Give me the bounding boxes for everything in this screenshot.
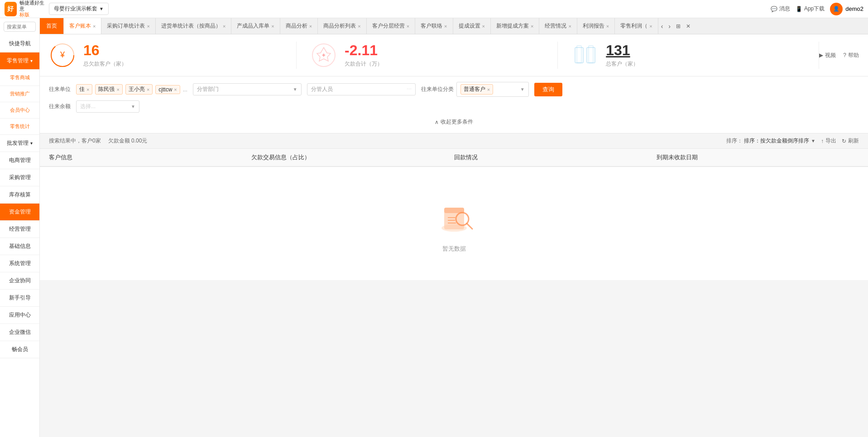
- tab-retail-profit[interactable]: 零售利润（ ×: [615, 18, 658, 34]
- sidebar-item-member-center[interactable]: 会员中心: [0, 102, 39, 119]
- chevron-down-icon: ▾: [30, 58, 33, 63]
- sidebar-item-app-center[interactable]: 应用中心: [0, 307, 39, 324]
- tab-close-all-btn[interactable]: ✕: [683, 18, 693, 34]
- stat-info-amount: -2.11 欠款合计（万）: [345, 43, 383, 68]
- close-icon[interactable]: ×: [568, 24, 571, 29]
- tab-product-analysis-list[interactable]: 商品分析列表 ×: [318, 18, 366, 34]
- close-icon[interactable]: ×: [309, 24, 312, 29]
- sidebar-item-label: 电商管理: [9, 157, 31, 163]
- sidebar-item-ecommerce[interactable]: 电商管理: [0, 152, 39, 169]
- filter-tags-more[interactable]: ...: [183, 86, 187, 93]
- collapse-button[interactable]: ∧ 收起更多条件: [49, 116, 859, 128]
- sidebar-item-inventory[interactable]: 库存核算: [0, 186, 39, 204]
- close-icon[interactable]: ×: [407, 24, 409, 29]
- more-label: ...: [183, 86, 187, 93]
- tab-label: 客户联络: [421, 22, 442, 30]
- stat-total-customers: 131 总客户（家）: [558, 42, 819, 69]
- dept-label: 分管部门: [197, 86, 219, 93]
- sidebar-item-retail-mgmt[interactable]: 零售管理 ▾: [0, 52, 39, 70]
- tab-scroll-next[interactable]: ›: [666, 18, 673, 34]
- close-icon[interactable]: ×: [649, 24, 652, 29]
- close-icon[interactable]: ×: [147, 24, 149, 29]
- svg-text:✦: ✦: [321, 52, 326, 59]
- tab-product-inbound[interactable]: 产成品入库单 ×: [231, 18, 280, 34]
- svg-rect-6: [575, 48, 583, 63]
- sidebar-item-label: 畅会员: [12, 346, 28, 352]
- tab-new-achievement[interactable]: 新增提成方案 ×: [491, 18, 539, 34]
- sidebar-item-sys-mgmt[interactable]: 系统管理: [0, 255, 39, 272]
- tab-label: 商品分析列表: [323, 22, 356, 30]
- tab-submit-settings[interactable]: 提成设置 ×: [453, 18, 491, 34]
- tab-purchase-order-stats[interactable]: 采购订单统计表 ×: [101, 18, 155, 34]
- search-input[interactable]: [4, 22, 36, 32]
- tag-close-icon[interactable]: ×: [487, 87, 490, 92]
- sidebar-item-marketing[interactable]: 营销推广: [0, 86, 39, 102]
- sidebar-item-enterprise-coop[interactable]: 企业协同: [0, 272, 39, 290]
- top-bar-actions: 💬 消息 📱 App下载 👤 demo2: [771, 3, 863, 15]
- tag-close-icon[interactable]: ×: [147, 87, 149, 92]
- sidebar-item-purchase-mgmt[interactable]: 采购管理: [0, 169, 39, 186]
- close-icon[interactable]: ×: [606, 24, 609, 29]
- tab-business-situation[interactable]: 经营情况 ×: [539, 18, 577, 34]
- close-icon[interactable]: ×: [531, 24, 533, 29]
- sidebar-item-retail-stats[interactable]: 零售统计: [0, 119, 39, 135]
- tab-label: 客户分层经营: [372, 22, 405, 30]
- sidebar-item-finance[interactable]: 资金管理: [0, 204, 39, 221]
- tag-close-icon[interactable]: ×: [174, 87, 177, 92]
- close-icon[interactable]: ×: [223, 24, 225, 29]
- export-icon: ↑: [821, 138, 824, 144]
- tab-expand-btn[interactable]: ⊞: [673, 18, 683, 34]
- balance-select[interactable]: 选择... ▼: [76, 100, 139, 113]
- chevron-down-icon: ▼: [131, 104, 135, 109]
- sidebar-item-ops-mgmt[interactable]: 经营管理: [0, 221, 39, 238]
- export-button[interactable]: ↑ 导出: [821, 137, 836, 145]
- top-bar: 好 畅捷通好生意 标版 母婴行业演示帐套 ▼ 💬 消息 📱 App下载 👤: [0, 0, 868, 18]
- tag-label: 普通客户: [464, 86, 485, 93]
- refresh-button[interactable]: ↻ 刷新: [842, 137, 859, 145]
- unit-filter-label: 往来单位: [49, 86, 71, 93]
- tag-close-icon[interactable]: ×: [86, 87, 89, 92]
- sidebar-item-label: 资金管理: [9, 209, 31, 215]
- tab-customer-contact[interactable]: 客户联络 ×: [415, 18, 453, 34]
- sidebar-item-label: 快捷导航: [9, 40, 31, 47]
- sidebar-search-container: [0, 18, 39, 35]
- company-selector[interactable]: 母婴行业演示帐套 ▼: [49, 3, 109, 15]
- tab-customer-segment[interactable]: 客户分层经营 ×: [367, 18, 415, 34]
- sidebar-item-retail-mall[interactable]: 零售商城: [0, 70, 39, 86]
- dept-select[interactable]: 分管部门 ▼: [193, 83, 302, 95]
- sort-select[interactable]: 排序：按欠款金额倒序排序 ▼: [744, 137, 815, 145]
- sidebar-item-quick-nav[interactable]: 快捷导航: [0, 35, 39, 52]
- close-icon[interactable]: ×: [271, 24, 274, 29]
- tab-scroll-prev[interactable]: ‹: [658, 18, 666, 34]
- download-icon: 📱: [796, 6, 802, 12]
- close-icon[interactable]: ×: [482, 24, 485, 29]
- sidebar-item-wechat-biz[interactable]: 企业微信: [0, 324, 39, 341]
- col-label: 回款情况: [454, 154, 478, 161]
- sidebar-item-wholesale-mgmt[interactable]: 批发管理 ▾: [0, 135, 39, 152]
- app-download-button[interactable]: 📱 App下载: [796, 5, 825, 13]
- sidebar-item-new-guide[interactable]: 新手引导: [0, 290, 39, 307]
- tab-customer-account[interactable]: 客户账本 ×: [64, 18, 101, 34]
- user-profile[interactable]: 👤 demo2: [830, 3, 863, 15]
- refresh-icon: ↻: [842, 138, 846, 144]
- tab-product-analysis[interactable]: 商品分析 ×: [280, 18, 318, 34]
- close-icon[interactable]: ×: [358, 24, 360, 29]
- close-icon[interactable]: ×: [93, 24, 96, 29]
- tab-home[interactable]: 首页: [40, 18, 64, 34]
- sidebar-item-basic-info[interactable]: 基础信息: [0, 238, 39, 255]
- query-button[interactable]: 查询: [534, 83, 562, 96]
- tab-profit-report[interactable]: 利润报告 ×: [577, 18, 615, 34]
- sidebar-item-label: 系统管理: [9, 260, 31, 266]
- empty-state: 暂无数据: [40, 167, 868, 280]
- person-select[interactable]: 分管人员 ⋯: [307, 83, 416, 95]
- video-action[interactable]: ▶ 视频: [819, 52, 836, 59]
- sidebar-item-vip[interactable]: 畅会员: [0, 341, 39, 358]
- tag-close-icon[interactable]: ×: [116, 87, 119, 92]
- message-button[interactable]: 💬 消息: [771, 5, 790, 13]
- help-action[interactable]: ? 帮助: [843, 52, 859, 59]
- stat-value-amount: -2.11: [345, 43, 383, 58]
- unit-category-select[interactable]: 普通客户 × ▼: [456, 82, 529, 97]
- tab-purchase-stats-product[interactable]: 进货单统计表（按商品） ×: [156, 18, 231, 34]
- close-icon[interactable]: ×: [444, 24, 447, 29]
- tab-label: 利润报告: [583, 22, 604, 30]
